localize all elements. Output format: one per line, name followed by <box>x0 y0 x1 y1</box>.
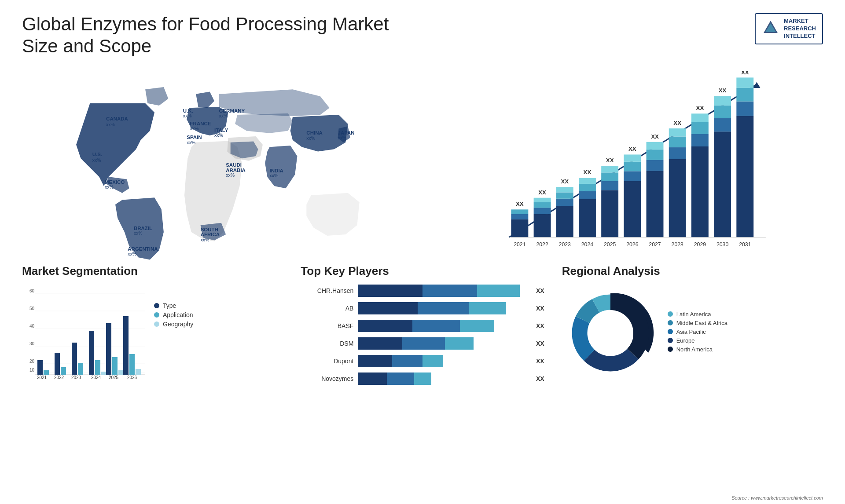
players-title: Top Key Players <box>301 264 544 278</box>
svg-text:MEXICO: MEXICO <box>105 179 125 185</box>
player-bar-dupont-seg2 <box>392 355 423 367</box>
svg-rect-87 <box>736 88 753 102</box>
svg-text:2022: 2022 <box>536 241 548 248</box>
svg-text:50: 50 <box>29 306 35 311</box>
player-bar-dsm <box>358 337 528 350</box>
svg-rect-71 <box>669 147 686 159</box>
svg-text:U.S.: U.S. <box>92 152 102 157</box>
svg-text:xx%: xx% <box>214 133 223 138</box>
legend-asia-pacific-dot <box>668 329 673 334</box>
svg-text:XX: XX <box>606 157 614 164</box>
svg-rect-66 <box>647 160 664 171</box>
player-row-ab: AB XX <box>301 302 544 314</box>
svg-text:2028: 2028 <box>672 241 683 248</box>
svg-rect-123 <box>101 372 107 375</box>
legend-europe-label: Europe <box>676 337 695 344</box>
svg-rect-42 <box>534 202 551 208</box>
svg-text:BRAZIL: BRAZIL <box>134 225 152 230</box>
player-bar-dsm-seg1 <box>358 337 402 350</box>
svg-text:xx%: xx% <box>190 126 199 131</box>
svg-text:XX: XX <box>719 87 727 94</box>
svg-rect-85 <box>736 116 753 237</box>
svg-rect-77 <box>691 122 709 134</box>
svg-text:2025: 2025 <box>604 241 616 248</box>
legend-type: Type <box>154 302 193 309</box>
player-name-dupont: Dupont <box>301 358 353 365</box>
svg-rect-82 <box>714 106 731 118</box>
svg-rect-51 <box>579 191 596 199</box>
svg-text:xx%: xx% <box>306 136 315 141</box>
svg-rect-83 <box>714 96 731 106</box>
player-name-basf: BASF <box>301 322 353 329</box>
svg-rect-62 <box>624 162 641 172</box>
legend-geography-dot <box>154 321 159 327</box>
player-bar-ab-seg1 <box>358 302 417 314</box>
svg-rect-52 <box>579 184 596 191</box>
source-text: Source : www.marketresearchintellect.com <box>731 495 823 500</box>
player-bar-ab-seg2 <box>418 302 469 314</box>
segmentation-section: Market Segmentation 60 50 40 30 20 10 <box>22 264 283 390</box>
svg-rect-56 <box>601 181 618 190</box>
legend-europe-dot <box>668 338 673 343</box>
svg-rect-63 <box>624 154 641 161</box>
svg-text:20: 20 <box>29 359 35 364</box>
svg-text:xx%: xx% <box>187 140 195 145</box>
player-bar-chr-seg3 <box>477 285 520 297</box>
svg-marker-35 <box>753 82 760 88</box>
svg-text:2030: 2030 <box>716 241 728 248</box>
svg-text:2031: 2031 <box>739 241 751 248</box>
svg-text:XX: XX <box>628 146 636 152</box>
svg-rect-119 <box>72 343 77 375</box>
svg-text:JAPAN: JAPAN <box>338 130 355 135</box>
svg-text:XX: XX <box>561 178 569 185</box>
svg-text:xx%: xx% <box>338 135 347 140</box>
svg-text:SOUTH: SOUTH <box>201 226 218 232</box>
segmentation-legend: Type Application Geography <box>154 302 193 330</box>
player-bar-novozymes-seg3 <box>414 373 431 385</box>
svg-text:xx%: xx% <box>105 185 114 190</box>
player-name-ab: AB <box>301 305 353 312</box>
player-bar-dupont-seg1 <box>358 355 392 367</box>
legend-geography-label: Geography <box>163 321 193 328</box>
svg-rect-73 <box>669 128 686 136</box>
svg-rect-121 <box>89 331 94 375</box>
player-name-novozymes: Novozymes <box>301 375 353 382</box>
svg-rect-65 <box>647 171 664 237</box>
svg-rect-80 <box>714 131 731 237</box>
svg-text:ARABIA: ARABIA <box>226 167 246 172</box>
svg-text:xx%: xx% <box>128 252 136 256</box>
player-bar-ab-seg3 <box>469 302 506 314</box>
svg-rect-41 <box>534 208 551 214</box>
player-row-dsm: DSM XX <box>301 337 544 350</box>
legend-application-label: Application <box>163 311 193 318</box>
player-bar-ab <box>358 302 528 314</box>
svg-point-141 <box>588 310 633 356</box>
player-row-dupont: Dupont XX <box>301 355 544 367</box>
player-value-dsm: XX <box>536 340 544 347</box>
svg-rect-68 <box>647 142 664 150</box>
svg-text:ITALY: ITALY <box>214 127 228 132</box>
svg-text:GERMANY: GERMANY <box>219 108 245 113</box>
svg-rect-50 <box>579 199 596 237</box>
legend-asia-pacific-label: Asia Pacific <box>676 329 706 335</box>
svg-rect-38 <box>511 209 528 214</box>
header: Global Enzymes for Food Processing Marke… <box>22 13 823 58</box>
regional-title: Regional Analysis <box>562 264 823 278</box>
svg-text:xx%: xx% <box>226 173 235 178</box>
player-row-chr: CHR.Hansen XX <box>301 285 544 297</box>
svg-text:2024: 2024 <box>91 375 101 380</box>
svg-rect-117 <box>55 353 60 375</box>
player-value-dupont: XX <box>536 358 544 365</box>
player-value-chr: XX <box>536 287 544 294</box>
svg-rect-43 <box>534 197 551 202</box>
svg-text:XX: XX <box>538 189 546 195</box>
legend-north-america: North America <box>668 346 727 353</box>
svg-rect-81 <box>714 118 731 131</box>
legend-asia-pacific: Asia Pacific <box>668 329 727 335</box>
svg-text:INDIA: INDIA <box>270 168 283 173</box>
svg-rect-115 <box>37 360 43 375</box>
donut-container: Latin America Middle East & Africa Asia … <box>562 285 823 381</box>
legend-type-dot <box>154 303 159 308</box>
page-title: Global Enzymes for Food Processing Marke… <box>22 13 418 58</box>
legend-mea-label: Middle East & Africa <box>676 320 727 326</box>
